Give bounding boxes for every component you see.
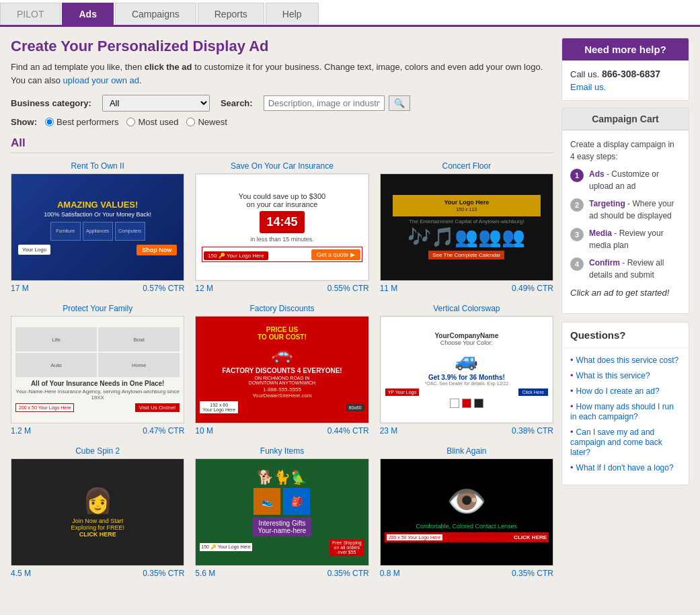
question-link-5[interactable]: What if I don't have a logo? [576, 463, 674, 473]
ad-stats-vertical: 23 M 0.38% CTR [380, 426, 553, 436]
ad-title-insurance[interactable]: Protect Your Family [11, 304, 184, 313]
ad-title-rent[interactable]: Rent To Own II [11, 161, 184, 171]
section-heading: All [11, 136, 553, 153]
best-label: Best performers [56, 117, 118, 127]
questions-header: Questions? [562, 323, 689, 348]
ad-impressions-factory: 10 M [195, 426, 213, 436]
step-text-2: Targeting - Where your ad should be disp… [589, 198, 680, 222]
phone-prefix: Call us. [570, 69, 602, 79]
business-category-select[interactable]: All [102, 95, 210, 112]
ad-ctr-cube: 0.35% CTR [143, 569, 184, 578]
ad-card-concert[interactable]: Concert Floor Your Logo Here150 x 113 Th… [380, 161, 553, 293]
help-box: Need more help? Call us. 866-308-6837 Em… [561, 38, 689, 101]
upload-link[interactable]: upload your own ad [63, 75, 139, 85]
top-nav: PILOT Ads Campaigns Reports Help [0, 0, 700, 27]
step-link-ads[interactable]: Ads [589, 169, 605, 179]
ad-card-vertical[interactable]: Vertical Colorswap YourCompanyName Choos… [380, 304, 553, 436]
show-label: Show: [11, 117, 37, 127]
ad-impressions-insurance: 1.2 M [11, 426, 31, 436]
business-category-label: Business category: [11, 98, 91, 108]
ad-ctr-funky: 0.35% CTR [327, 569, 369, 578]
step-1: 1 Ads - Customize or upload an ad [570, 168, 680, 192]
step-num-4: 4 [570, 257, 584, 271]
search-label: Search: [221, 98, 253, 108]
show-most[interactable]: Most used [126, 117, 178, 127]
ad-stats-concert: 11 M 0.49% CTR [380, 284, 553, 293]
question-link-4[interactable]: Can I save my ad and campaign and come b… [570, 427, 662, 457]
ad-ctr-car: 0.55% CTR [327, 284, 369, 293]
search-input[interactable] [264, 95, 385, 111]
ad-ctr-concert: 0.49% CTR [512, 284, 553, 293]
show-best[interactable]: Best performers [45, 117, 118, 127]
ad-card-funky[interactable]: Funky Items 🐕🐈🦜 👟 🎒 Interesting GiftsYou… [195, 446, 368, 578]
search-button[interactable]: 🔍 [389, 95, 410, 111]
ad-ctr-factory: 0.44% CTR [327, 426, 369, 436]
ad-image-cube[interactable]: 👩 Join Now and StartExploring for FREE!C… [11, 458, 184, 566]
question-link-1[interactable]: What is this service? [576, 371, 650, 380]
ad-title-factory[interactable]: Factory Discounts [195, 304, 368, 313]
show-newest[interactable]: Newest [186, 117, 227, 127]
ad-image-vertical[interactable]: YourCompanyName Choose Your Color: 🚙 Get… [380, 316, 553, 423]
question-link-0[interactable]: What does this service cost? [576, 356, 679, 365]
tab-campaigns[interactable]: Campaigns [115, 3, 196, 25]
tab-help[interactable]: Help [266, 3, 319, 25]
ad-impressions-rent: 17 M [11, 284, 29, 293]
ad-card-insurance[interactable]: Protect Your Family Life Boat Auto Home … [11, 304, 184, 436]
desc-start: Find an ad template you like, then [11, 62, 145, 72]
ad-card-blink[interactable]: Blink Again 👁️ Comfortable, Colored Cont… [380, 446, 553, 578]
ad-image-insurance[interactable]: Life Boat Auto Home All of Your Insuranc… [11, 316, 184, 423]
campaign-cart-box: Campaign Cart Create a display campaign … [561, 108, 689, 314]
step-num-1: 1 [570, 169, 584, 182]
best-radio[interactable] [45, 118, 54, 126]
help-header: Need more help? [562, 38, 689, 60]
ad-image-factory[interactable]: PRICE USTO OUR COST! 🚗 FACTORY DISCOUNTS… [195, 316, 368, 423]
question-item-0: What does this service cost? [570, 355, 680, 365]
ad-stats-factory: 10 M 0.44% CTR [195, 426, 368, 436]
step-num-2: 2 [570, 198, 584, 212]
ad-stats-insurance: 1.2 M 0.47% CTR [11, 426, 184, 436]
newest-radio[interactable] [186, 118, 195, 126]
ad-stats-car: 12 M 0.55% CTR [195, 284, 368, 293]
help-body: Call us. 866-308-6837 Email us. [562, 60, 689, 100]
step-4: 4 Confirm - Review all details and submi… [570, 257, 680, 281]
step-link-media[interactable]: Media [589, 229, 612, 238]
ad-card-rent[interactable]: Rent To Own II AMAZING VALUES! 100% Sati… [11, 161, 184, 293]
tab-pilot[interactable]: PILOT [0, 3, 61, 25]
step-text-1: Ads - Customize or upload an ad [589, 168, 680, 192]
phone-number: 866-308-6837 [602, 69, 660, 79]
ad-title-funky[interactable]: Funky Items [195, 446, 368, 456]
search-area: 🔍 [264, 95, 410, 111]
ad-image-funky[interactable]: 🐕🐈🦜 👟 🎒 Interesting GiftsYour-name-here … [195, 458, 368, 566]
ad-card-car[interactable]: Save On Your Car Insurance You could sav… [195, 161, 368, 293]
email-link[interactable]: Email us. [570, 82, 606, 92]
ad-stats-funky: 5.6 M 0.35% CTR [195, 569, 368, 578]
desc-end: . [139, 75, 142, 85]
step-link-confirm[interactable]: Confirm [589, 258, 620, 268]
ad-image-concert[interactable]: Your Logo Here150 x 113 The Entertainmen… [380, 173, 553, 281]
ad-title-vertical[interactable]: Vertical Colorswap [380, 304, 553, 313]
ad-title-blink[interactable]: Blink Again [380, 446, 553, 456]
ad-image-blink[interactable]: 👁️ Comfortable, Colored Contact Lenses 2… [380, 458, 553, 566]
newest-label: Newest [198, 117, 227, 127]
tab-reports[interactable]: Reports [198, 3, 264, 25]
step-3: 3 Media - Review your media plan [570, 227, 680, 251]
main-content: Create Your Personalized Display Ad Find… [11, 38, 553, 578]
ad-title-car[interactable]: Save On Your Car Insurance [195, 161, 368, 171]
question-link-2[interactable]: How do I create an ad? [576, 386, 660, 396]
question-link-3[interactable]: How many ads should I run in each campai… [570, 402, 674, 421]
question-item-3: How many ads should I run in each campai… [570, 401, 680, 421]
step-link-targeting[interactable]: Targeting [589, 199, 625, 208]
tab-ads[interactable]: Ads [62, 3, 113, 25]
ad-card-factory[interactable]: Factory Discounts PRICE USTO OUR COST! 🚗… [195, 304, 368, 436]
questions-body: What does this service cost? What is thi… [562, 348, 689, 485]
most-radio[interactable] [126, 118, 135, 126]
ad-image-car[interactable]: You could save up to $300on your car ins… [195, 173, 368, 281]
ad-title-concert[interactable]: Concert Floor [380, 161, 553, 171]
step-text-4: Confirm - Review all details and submit [589, 257, 680, 281]
ad-image-rent[interactable]: AMAZING VALUES! 100% Satisfaction Or You… [11, 173, 184, 281]
questions-list: What does this service cost? What is thi… [570, 355, 680, 473]
ad-title-cube[interactable]: Cube Spin 2 [11, 446, 184, 456]
ad-stats-blink: 0.8 M 0.35% CTR [380, 569, 553, 578]
ad-card-cube[interactable]: Cube Spin 2 👩 Join Now and StartExplorin… [11, 446, 184, 578]
cart-cta: Click an ad to get started! [570, 286, 680, 300]
